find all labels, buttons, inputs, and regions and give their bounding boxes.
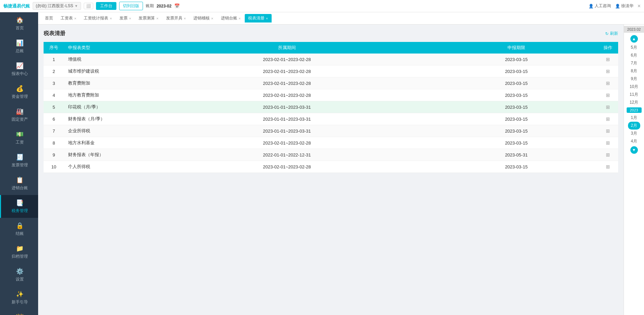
sidebar-item-wage[interactable]: 💵 工资: [0, 126, 38, 149]
page-title: 税表清册: [44, 30, 65, 37]
action-icon[interactable]: ⊞: [606, 104, 610, 110]
chevron-down-icon: ▼: [75, 4, 78, 8]
table-row: 9 财务报表（年报） 2022-01-01~2022-12-31 2023-05…: [44, 149, 618, 161]
tab-close-payroll[interactable]: ×: [74, 16, 76, 20]
tab-close-payroll-stats[interactable]: ×: [110, 16, 112, 20]
action-icon[interactable]: ⊞: [606, 80, 610, 86]
month-1[interactable]: 1月: [624, 114, 644, 122]
cell-seq: 7: [44, 125, 64, 137]
tab-close-tax-list[interactable]: ×: [266, 16, 268, 20]
month-11[interactable]: 11月: [624, 91, 644, 99]
cell-seq: 2: [44, 65, 64, 77]
workbench-button[interactable]: 工作台: [96, 2, 116, 10]
cell-action: ⊞: [598, 149, 618, 161]
sidebar-item-home[interactable]: 🏠 首页: [0, 12, 38, 35]
tab-invoice-open[interactable]: 发票开具 ×: [163, 14, 189, 22]
tab-invoice[interactable]: 发票 ×: [116, 14, 134, 22]
table-row: 7 企业所得税 2023-01-01~2023-03-31 2023-03-15…: [44, 125, 618, 137]
action-icon[interactable]: ⊞: [606, 69, 610, 74]
sidebar-item-ledger[interactable]: 📊 总账: [0, 35, 38, 58]
tab-close-purchase-check[interactable]: ×: [211, 16, 213, 20]
sidebar-item-purchase[interactable]: 📋 进销台账: [0, 172, 38, 195]
close-window-button[interactable]: ×: [638, 3, 641, 9]
sidebar-label-home: 首页: [16, 25, 24, 31]
cell-seq: 3: [44, 77, 64, 89]
tab-home[interactable]: 首页: [42, 14, 57, 22]
cell-type: 财务报表（年报）: [64, 149, 139, 161]
cell-type: 教育费附加: [64, 77, 139, 89]
cell-action: ⊞: [598, 65, 618, 77]
month-3[interactable]: 3月: [624, 130, 644, 137]
month-4[interactable]: 4月: [624, 137, 644, 145]
action-icon[interactable]: ⊞: [606, 128, 610, 134]
help-link[interactable]: 👤 人工咨询: [589, 3, 611, 9]
main-layout: 🏠 首页 📊 总账 📈 报表中心 💰 资金管理 🏭 固定资产 💵 工资 🧾 发票…: [0, 12, 644, 315]
cell-type: 个人所得税: [64, 161, 139, 173]
tab-close-invoice-open[interactable]: ×: [184, 16, 186, 20]
tab-close-invoice[interactable]: ×: [129, 16, 131, 20]
sidebar-item-tax[interactable]: 📑 税务管理: [0, 195, 38, 218]
sidebar-item-vip[interactable]: 👑 畅会员: [0, 309, 38, 315]
tab-invoice-calc[interactable]: 发票测算 ×: [135, 14, 162, 22]
top-bar-right: 👤 人工咨询 👤 徐淡华 ×: [589, 3, 641, 9]
calendar-icon[interactable]: 📅: [174, 3, 180, 9]
cell-action: ⊞: [598, 77, 618, 89]
cell-seq: 5: [44, 101, 64, 113]
close-account-icon: 🔒: [16, 222, 23, 229]
cell-type: 印花税（月/季）: [64, 101, 139, 113]
table-row: 10 个人所得税 2023-02-01~2023-02-28 2023-03-1…: [44, 161, 618, 173]
sidebar-label-close: 结账: [16, 231, 24, 237]
action-icon[interactable]: ⊞: [606, 92, 610, 98]
month-5[interactable]: 5月: [624, 44, 644, 51]
tab-purchase-ledger[interactable]: 进销台账 ×: [218, 14, 244, 22]
tab-payroll[interactable]: 工资表 ×: [57, 14, 80, 22]
tab-purchase-check[interactable]: 进销稽核 ×: [190, 14, 216, 22]
refresh-button[interactable]: ↻ 刷新: [605, 31, 618, 36]
sidebar-item-guide[interactable]: ✨ 新手引导: [0, 286, 38, 309]
month-9[interactable]: 9月: [624, 75, 644, 83]
switch-version-button[interactable]: 切到旧版: [119, 2, 143, 10]
month-10[interactable]: 10月: [624, 83, 644, 91]
sidebar: 🏠 首页 📊 总账 📈 报表中心 💰 资金管理 🏭 固定资产 💵 工资 🧾 发票…: [0, 12, 38, 315]
sidebar-item-setting[interactable]: ⚙️ 设置: [0, 264, 38, 286]
action-icon[interactable]: ⊞: [606, 164, 610, 169]
tab-close-invoice-calc[interactable]: ×: [156, 16, 158, 20]
action-icon[interactable]: ⊞: [606, 152, 610, 158]
tab-payroll-stats[interactable]: 工资统计报表 ×: [80, 14, 115, 22]
sidebar-item-fund[interactable]: 💰 资金管理: [0, 81, 38, 104]
action-icon[interactable]: ⊞: [606, 57, 610, 62]
sidebar-label-purchase: 进销台账: [12, 185, 28, 191]
cell-period: 2023-02-01~2023-02-28: [139, 65, 435, 77]
user-avatar-icon: 👤: [615, 4, 620, 9]
archive-icon: 📁: [16, 245, 23, 252]
sidebar-item-report[interactable]: 📈 报表中心: [0, 58, 38, 81]
month-12[interactable]: 12月: [624, 99, 644, 106]
period-nav-down-button[interactable]: ▼: [630, 146, 638, 154]
copy-button[interactable]: ⬜: [84, 3, 93, 9]
company-selector[interactable]: (勿动) 江西股至-LSS ▼: [33, 2, 81, 10]
month-8[interactable]: 8月: [624, 67, 644, 75]
wage-icon: 💵: [16, 131, 23, 138]
period-panel-header: 2023.02: [624, 26, 644, 33]
cell-seq: 4: [44, 89, 64, 101]
action-icon[interactable]: ⊞: [606, 116, 610, 122]
month-6[interactable]: 6月: [624, 51, 644, 59]
cell-type: 增值税: [64, 54, 139, 65]
tab-close-purchase-ledger[interactable]: ×: [239, 16, 241, 20]
period-nav-up-button[interactable]: ▲: [630, 35, 638, 43]
sidebar-item-archive[interactable]: 📁 归档管理: [0, 241, 38, 264]
sidebar-item-invoice[interactable]: 🧾 发票管理: [0, 149, 38, 172]
cell-seq: 1: [44, 54, 64, 65]
action-icon[interactable]: ⊞: [606, 140, 610, 146]
right-period-panel: 2023.02 ▲ 5月 6月 7月 8月 9月 10月 11月 12月 202…: [624, 25, 644, 315]
cell-seq: 10: [44, 161, 64, 173]
sidebar-label-tax: 税务管理: [12, 208, 28, 214]
month-7[interactable]: 7月: [624, 59, 644, 67]
sidebar-item-asset[interactable]: 🏭 固定资产: [0, 104, 38, 126]
tab-tax-list[interactable]: 税表清册 ×: [245, 14, 271, 22]
month-2[interactable]: 2月: [628, 122, 640, 130]
sidebar-label-archive: 归档管理: [12, 254, 28, 259]
year-label[interactable]: 2023: [627, 107, 642, 113]
sidebar-item-close[interactable]: 🔒 结账: [0, 218, 38, 241]
user-info[interactable]: 👤 徐淡华: [615, 3, 633, 9]
